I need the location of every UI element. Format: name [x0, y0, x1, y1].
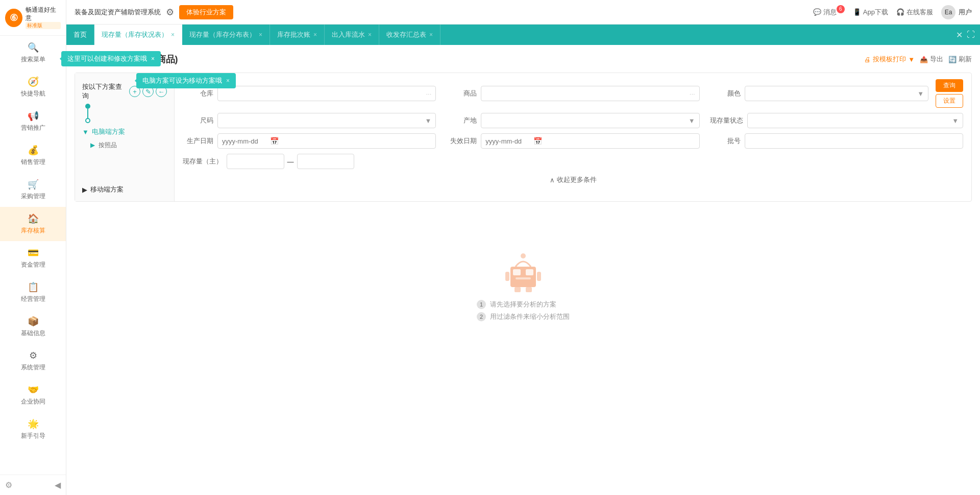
size-label: 尺码 — [183, 116, 213, 125]
tabs-bar: 首页 现存量（库存状况表） × 现存量（库存分布表） × 库存批次账 × 出入库… — [66, 25, 980, 45]
tab-inventory-status-label: 现存量（库存状况表） — [102, 30, 168, 39]
user-menu-btn[interactable]: Ea 用户 — [941, 5, 972, 19]
size-select[interactable]: ▼ — [217, 113, 436, 128]
sidebar-item-label: 资金管理 — [21, 261, 45, 269]
collapse-btn[interactable]: ∧ 收起更多条件 — [544, 173, 603, 186]
page-title-actions: 🖨 按模板打印 ▼ 📤 导出 🔄 刷新 — [864, 55, 972, 64]
sidebar-item-guide[interactable]: 🌟 新手引导 — [0, 412, 66, 446]
print-btn[interactable]: 🖨 按模板打印 ▼ — [864, 55, 915, 64]
reset-btn[interactable]: 设置 — [936, 94, 963, 108]
scheme-mobile-item[interactable]: ▶ 移动端方案 — [75, 182, 174, 197]
svg-rect-2 — [526, 269, 533, 275]
stock-status-label: 现存量状态 — [710, 116, 743, 125]
print-dropdown-icon: ▼ — [908, 56, 915, 63]
sidebar-settings-btn[interactable]: ⚙ — [5, 480, 12, 490]
tab-batch-account[interactable]: 库存批次账 × — [270, 25, 325, 45]
tab-collect-summary-label: 收发存汇总表 — [386, 30, 426, 39]
svg-rect-3 — [516, 277, 531, 279]
tab-collect-summary[interactable]: 收发存汇总表 × — [379, 25, 440, 45]
edit-popup-close[interactable]: × — [151, 55, 155, 62]
origin-select[interactable]: ▼ — [481, 113, 699, 128]
expiry-date-text[interactable] — [485, 137, 531, 145]
color-field: 颜色 ▼ 查询 设置 — [710, 79, 963, 108]
production-date-label: 生产日期 — [183, 136, 213, 146]
tab-home[interactable]: 首页 — [66, 25, 94, 45]
sidebar: ⑥ 畅通道好生意 标准版 🔍 搜索菜单 🧭 快捷导航 📢 营销推广 💰 — [0, 0, 66, 495]
expiry-date-label: 失效日期 — [446, 136, 477, 146]
tab-inventory-status[interactable]: 现存量（库存状况表） × — [94, 25, 182, 45]
top-bar-left: 装备及固定资产辅助管理系统 ⚙ 体验行业方案 — [75, 5, 233, 19]
search-btn[interactable]: 查询 — [936, 79, 963, 92]
scheme-desktop-item[interactable]: ▼ 电脑端方案 — [75, 124, 174, 139]
tab-inventory-status-close[interactable]: × — [171, 31, 175, 38]
sidebar-item-finance[interactable]: 💳 资金管理 — [0, 241, 66, 275]
experience-btn[interactable]: 体验行业方案 — [179, 5, 233, 19]
arrow-subitem: ▶ — [90, 142, 95, 149]
app-download-btn[interactable]: 📱 App下载 — [853, 8, 888, 17]
sidebar-item-purchase[interactable]: 🛒 采购管理 — [0, 173, 66, 207]
tabs-close-btn[interactable]: ✕ — [956, 30, 963, 40]
color-dropdown-icon: ▼ — [917, 90, 924, 98]
sidebar-item-marketing[interactable]: 📢 营销推广 — [0, 104, 66, 138]
stock-status-select[interactable]: ▼ — [747, 113, 963, 128]
origin-field: 产地 ▼ — [446, 113, 699, 128]
chevron-right-icon: ▶ — [82, 186, 87, 194]
tab-inventory-dist[interactable]: 现存量（库存分布表） × — [182, 25, 270, 45]
goods-dots: ··· — [690, 90, 695, 98]
expiry-date-input[interactable]: 📅 — [481, 133, 699, 149]
sidebar-collapse-btn[interactable]: ◀ — [55, 480, 61, 490]
sidebar-item-system[interactable]: ⚙ 系统管理 — [0, 344, 66, 378]
sidebar-nav: 🔍 搜索菜单 🧭 快捷导航 📢 营销推广 💰 销售管理 🛒 采购管理 🏠 — [0, 36, 66, 475]
connector-area — [75, 104, 174, 123]
sidebar-item-sales[interactable]: 💰 销售管理 — [0, 138, 66, 173]
tab-home-label: 首页 — [74, 30, 87, 39]
sidebar-item-label: 新手引导 — [21, 432, 45, 440]
inventory-icon: 🏠 — [28, 213, 39, 224]
support-icon: 🎧 — [896, 8, 904, 16]
origin-label: 产地 — [446, 116, 477, 125]
tab-in-out-flow[interactable]: 出入库流水 × — [325, 25, 379, 45]
tab-batch-account-close[interactable]: × — [313, 31, 317, 38]
settings-gear-icon[interactable]: ⚙ — [166, 7, 174, 18]
step-2-text: 用过滤条件来缩小分析范围 — [490, 312, 570, 321]
warehouse-dots: ··· — [426, 90, 431, 98]
batch-input[interactable] — [745, 133, 963, 149]
sub-scheme-label: 按照品 — [99, 142, 117, 149]
sidebar-item-inventory[interactable]: 🏠 库存核算 — [0, 207, 66, 241]
production-date-input[interactable]: 📅 — [217, 133, 436, 149]
goods-select[interactable]: ··· — [481, 86, 699, 101]
basic-icon: 📦 — [28, 316, 39, 327]
stock-status-field: 现存量状态 ▼ — [710, 113, 963, 128]
svg-rect-8 — [526, 287, 532, 292]
production-date-calendar-icon: 📅 — [270, 137, 279, 145]
sidebar-item-operations[interactable]: 📋 经营管理 — [0, 275, 66, 310]
sidebar-item-label: 系统管理 — [21, 363, 45, 372]
stock-main-to[interactable] — [297, 154, 355, 169]
tab-inventory-dist-close[interactable]: × — [259, 31, 262, 38]
tab-in-out-flow-close[interactable]: × — [368, 31, 372, 38]
goods-field: 商品 ··· — [446, 79, 699, 108]
stock-main-from[interactable] — [227, 154, 284, 169]
messages-btn[interactable]: 💬 消息 6 — [813, 8, 845, 17]
phone-icon: 📱 — [853, 8, 861, 16]
chevron-down-icon: ▼ — [82, 128, 89, 136]
messages-badge: 6 — [837, 5, 845, 13]
user-avatar: Ea — [941, 5, 955, 19]
refresh-btn[interactable]: 🔄 刷新 — [948, 55, 972, 64]
sidebar-item-basic[interactable]: 📦 基础信息 — [0, 310, 66, 344]
sidebar-item-quick-nav[interactable]: 🧭 快捷导航 — [0, 70, 66, 104]
collapse-up-icon: ∧ — [550, 176, 555, 184]
tab-collect-summary-close[interactable]: × — [429, 31, 433, 38]
warehouse-select[interactable]: ··· — [217, 86, 436, 101]
tabs-maximize-btn[interactable]: ⛶ — [967, 30, 975, 39]
color-select[interactable]: ▼ — [745, 86, 928, 101]
sidebar-item-enterprise[interactable]: 🤝 企业协同 — [0, 378, 66, 412]
production-date-text[interactable] — [222, 137, 268, 145]
main-content: 装备及固定资产辅助管理系统 ⚙ 体验行业方案 💬 消息 6 📱 App下载 🎧 … — [66, 0, 980, 495]
export-icon: 📤 — [920, 56, 928, 63]
sales-icon: 💰 — [28, 145, 39, 156]
sidebar-item-search-menu[interactable]: 🔍 搜索菜单 — [0, 36, 66, 70]
export-btn[interactable]: 📤 导出 — [920, 55, 943, 64]
online-support-btn[interactable]: 🎧 在线客服 — [896, 8, 933, 17]
scheme-popup-close[interactable]: × — [226, 77, 230, 84]
